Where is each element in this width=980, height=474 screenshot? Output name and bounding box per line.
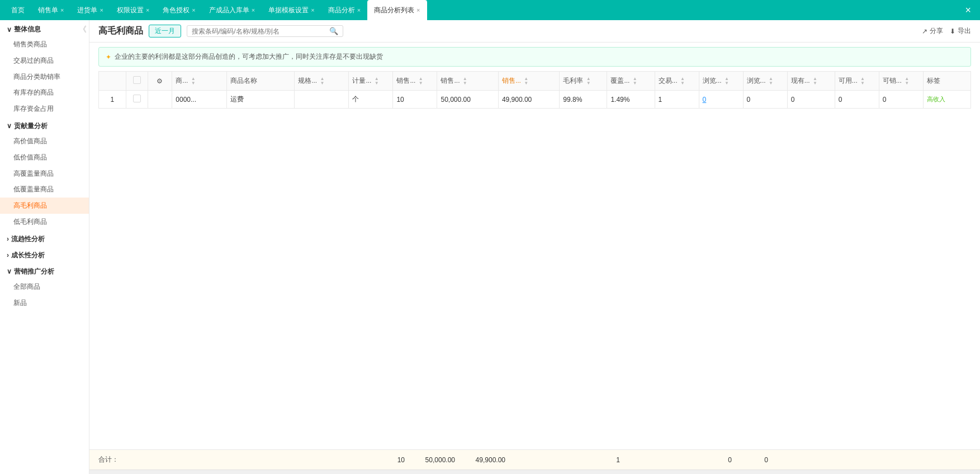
cell-check[interactable] (126, 91, 148, 109)
sidebar-group-marketing[interactable]: ∨ 营销推广分析 (0, 262, 89, 279)
cell-sales-amt: 50,000.00 (437, 91, 498, 109)
footer-code (190, 456, 235, 464)
close-template-tab[interactable]: × (311, 7, 314, 13)
nav-tab-permission[interactable]: 权限设置 × (110, 0, 156, 20)
sort-icon-browse1: ▲▼ (725, 77, 729, 86)
sidebar-group-trend[interactable]: › 流趋性分析 (0, 230, 89, 246)
chevron-down-icon-2: ∨ (7, 122, 12, 130)
search-input[interactable] (192, 27, 327, 35)
sort-icon-sales-cost: ▲▼ (524, 77, 528, 86)
col-header-num (99, 72, 126, 91)
nav-tab-goods-analysis[interactable]: 商品分析 × (321, 0, 367, 20)
sidebar-item-low-coverage[interactable]: 低覆盖量商品 (0, 181, 89, 198)
close-permission-tab[interactable]: × (146, 7, 149, 13)
horizontal-scrollbar[interactable] (89, 470, 980, 474)
sidebar-item-high-margin[interactable]: 高毛利商品 (0, 198, 89, 214)
sidebar-collapse-button[interactable]: 《 (79, 25, 87, 35)
sort-icon-sellable: ▲▼ (905, 77, 909, 86)
nav-tab-goods-analysis-list[interactable]: 商品分析列表 × (367, 0, 427, 20)
sidebar-item-all-goods[interactable]: 全部商品 (0, 279, 89, 295)
footer-name (235, 456, 291, 464)
table-row: 1 0000... 运费 个 10 50,000.00 49,900.00 99… (99, 91, 971, 109)
cell-current: 0 (787, 91, 835, 109)
col-header-qty[interactable]: 销售... ▲▼ (393, 72, 437, 91)
cell-browse1[interactable]: 0 (699, 91, 743, 109)
sidebar-item-sales-goods[interactable]: 销售类商品 (0, 36, 89, 53)
sidebar-item-low-margin[interactable]: 低毛利商品 (0, 214, 89, 230)
sort-icon-trade: ▲▼ (680, 77, 685, 86)
select-all-checkbox[interactable] (133, 76, 141, 84)
nav-tab-home[interactable]: 首页 (4, 0, 31, 20)
footer-gross-rate (509, 456, 548, 464)
sort-icon-cover: ▲▼ (633, 77, 637, 86)
sidebar-group-contribution[interactable]: ∨ 贡献量分析 (0, 117, 89, 133)
footer-qty: 10 (372, 456, 408, 464)
search-icon[interactable]: 🔍 (329, 27, 338, 35)
col-header-browse1[interactable]: 浏览... ▲▼ (699, 72, 743, 91)
filter-recent-month-button[interactable]: 近一月 (149, 25, 181, 37)
cell-name: 运费 (226, 91, 295, 109)
col-header-current[interactable]: 现有... ▲▼ (787, 72, 835, 91)
main-layout: 《 ∨ 整体信息 销售类商品 交易过的商品 商品分类助销率 有库存的商品 库存资… (0, 20, 980, 474)
col-header-settings[interactable]: ⚙ (148, 72, 172, 91)
top-navigation: 首页 销售单 × 进货单 × 权限设置 × 角色授权 × 产成品入库单 × 单据… (0, 0, 980, 20)
col-header-sales-cost[interactable]: 销售... ▲▼ (498, 72, 559, 91)
col-header-browse2[interactable]: 浏览... ▲▼ (743, 72, 787, 91)
sidebar-item-stock-capital[interactable]: 库存资金占用 (0, 101, 89, 117)
row-checkbox[interactable] (133, 95, 141, 102)
close-role-tab[interactable]: × (192, 7, 195, 13)
col-header-unit[interactable]: 计量... ▲▼ (349, 72, 393, 91)
sidebar-item-new-goods[interactable]: 新品 (0, 295, 89, 311)
footer-browse1 (623, 456, 660, 464)
close-all-button[interactable]: × (960, 4, 976, 16)
footer-bar: 合计： 10 50,000.00 49,900.00 1 0 0 (89, 449, 980, 470)
col-header-trade[interactable]: 交易... ▲▼ (655, 72, 699, 91)
share-icon: ↗ (922, 27, 927, 35)
col-header-tag[interactable]: 标签 (923, 72, 970, 91)
close-goods-analysis-list-tab[interactable]: × (416, 7, 420, 13)
col-header-name[interactable]: 商品名称 (226, 72, 295, 91)
sidebar-group-overview[interactable]: ∨ 整体信息 (0, 20, 89, 36)
close-goods-analysis-tab[interactable]: × (357, 7, 361, 13)
nav-tab-purchase[interactable]: 进货单 × (70, 0, 110, 20)
col-header-spec[interactable]: 规格... ▲▼ (295, 72, 349, 91)
content-header: 高毛利商品 近一月 🔍 ↗ 分享 ⬇ 导出 (89, 20, 980, 43)
sidebar-item-low-value[interactable]: 低价值商品 (0, 149, 89, 166)
col-header-sellable[interactable]: 可销... ▲▼ (879, 72, 923, 91)
sidebar-item-traded-goods[interactable]: 交易过的商品 (0, 53, 89, 69)
col-header-gross-rate[interactable]: 毛利率 ▲▼ (560, 72, 607, 91)
nav-tab-role[interactable]: 角色授权 × (156, 0, 202, 20)
footer-spec (291, 456, 335, 464)
sidebar-group-growth[interactable]: › 成长性分析 (0, 246, 89, 262)
chevron-down-icon: ∨ (7, 26, 12, 34)
sidebar-item-high-value[interactable]: 高价值商品 (0, 133, 89, 149)
nav-tab-sales[interactable]: 销售单 × (31, 0, 70, 20)
sidebar-item-in-stock-goods[interactable]: 有库存的商品 (0, 85, 89, 101)
close-purchase-tab[interactable]: × (100, 7, 103, 13)
nav-tab-template[interactable]: 单据模板设置 × (262, 0, 321, 20)
close-sales-tab[interactable]: × (60, 7, 64, 13)
footer-unit (335, 456, 372, 464)
footer-settings (170, 456, 190, 464)
share-button[interactable]: ↗ 分享 (922, 26, 943, 36)
export-button[interactable]: ⬇ 导出 (950, 26, 971, 36)
cell-gross-rate: 99.8% (560, 91, 607, 109)
sidebar-item-high-coverage[interactable]: 高覆盖量商品 (0, 166, 89, 182)
content-area: 高毛利商品 近一月 🔍 ↗ 分享 ⬇ 导出 ✦ 企业的主要的利润都是这部分商品创… (89, 20, 980, 474)
table-container[interactable]: ⚙ 商... ▲▼ 商品名称 规格... ▲▼ 计 (89, 71, 980, 449)
nav-tab-product-inbound[interactable]: 产成品入库单 × (202, 0, 262, 20)
page-title: 高毛利商品 (98, 25, 143, 37)
close-product-inbound-tab[interactable]: × (252, 7, 255, 13)
col-header-check[interactable] (126, 72, 148, 91)
footer-sales-amt: 50,000.00 (408, 456, 458, 464)
col-header-avail[interactable]: 可用... ▲▼ (835, 72, 879, 91)
col-header-cover[interactable]: 覆盖... ▲▼ (607, 72, 655, 91)
sort-icon-avail: ▲▼ (860, 77, 865, 86)
col-header-sales-amt[interactable]: 销售... ▲▼ (437, 72, 498, 91)
sidebar-item-goods-category-rate[interactable]: 商品分类助销率 (0, 69, 89, 85)
sort-icon-qty: ▲▼ (419, 77, 423, 86)
cell-avail: 0 (835, 91, 879, 109)
col-header-code[interactable]: 商... ▲▼ (172, 72, 226, 91)
cell-cover: 1.49% (607, 91, 655, 109)
table-header-row: ⚙ 商... ▲▼ 商品名称 规格... ▲▼ 计 (99, 72, 971, 91)
